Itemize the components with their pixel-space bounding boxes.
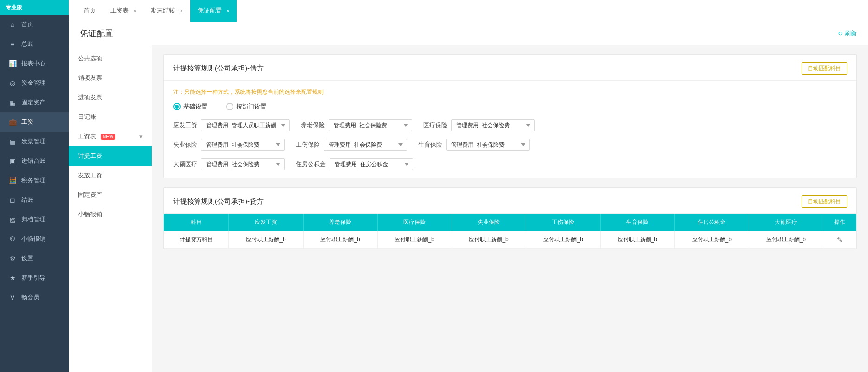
table-row: 计提贷方科目 应付职工薪酬_b 应付职工薪酬_b 应付职工薪酬_b 应付职工薪酬… (164, 231, 856, 249)
tab-salary-close[interactable]: × (133, 8, 136, 13)
sidebar-label-reports: 报表中心 (21, 59, 45, 68)
nav-item-xiaochang-expense[interactable]: 小畅报销 (69, 205, 152, 224)
sidebar-label-settings: 设置 (21, 254, 33, 263)
unemployment-select[interactable]: 管理费用_社会保险费 (201, 139, 285, 151)
radio-department-dot (226, 103, 233, 110)
table-header-row: 科目 应发工资 养老保险 医疗保险 失业保险 工伤保险 生育保险 住房公积金 大… (164, 214, 856, 231)
field-injury: 工伤保险 管理费用_社会保险费 (296, 139, 407, 151)
sidebar-label-member: 畅会员 (21, 293, 39, 301)
td-unemployment: 应付职工薪酬_b (452, 231, 526, 249)
sidebar-item-inventory[interactable]: ▣ 进销台账 (0, 151, 69, 171)
nav-item-input-invoice[interactable]: 进项发票 (69, 88, 152, 107)
credit-section-header: 计提核算规则(公司承担)-贷方 自动匹配科目 (164, 188, 856, 214)
th-injury: 工伤保险 (526, 214, 600, 231)
medical-select[interactable]: 管理费用_社会保险费 (451, 119, 535, 131)
td-pension: 应付职工薪酬_b (303, 231, 377, 249)
sidebar-label-guide: 新手引导 (21, 274, 45, 282)
refresh-button[interactable]: ↻ 刷新 (838, 29, 857, 38)
nav-item-pay-salary[interactable]: 发放工资 (69, 166, 152, 185)
sidebar-item-funds[interactable]: ◎ 资金管理 (0, 73, 69, 93)
radio-basic-dot (173, 103, 181, 110)
new-badge: NEW (101, 134, 115, 140)
nav-item-salary-table[interactable]: 工资表 NEW ▾ (69, 127, 152, 146)
page-header: 凭证配置 ↻ 刷新 (69, 22, 868, 45)
radio-department-label: 按部门设置 (236, 103, 266, 111)
pension-label: 养老保险 (301, 121, 325, 129)
maternity-label: 生育保险 (418, 141, 442, 149)
tab-voucher-config[interactable]: 凭证配置 × (190, 0, 237, 22)
sidebar-item-ledger[interactable]: ≡ 总账 (0, 34, 69, 54)
sidebar-item-settings[interactable]: ⚙ 设置 (0, 249, 69, 268)
nav-item-cancel-invoice[interactable]: 销项发票 (69, 68, 152, 88)
debit-warning: 注：只能选择一种方式，系统将按照您当前的选择来配置规则 (173, 88, 847, 96)
debit-form-row-3: 大额医疗 管理费用_社会保险费 住房公积金 管理费用_住房公积金 (173, 158, 847, 170)
maternity-select[interactable]: 管理费用_社会保险费 (446, 139, 530, 151)
assets-icon: ▦ (8, 99, 17, 106)
credit-table: 科目 应发工资 养老保险 医疗保险 失业保险 工伤保险 生育保险 住房公积金 大… (164, 214, 856, 249)
reports-icon: 📊 (8, 60, 17, 67)
injury-select[interactable]: 管理费用_社会保险费 (324, 139, 407, 151)
field-maternity: 生育保险 管理费用_社会保险费 (418, 139, 530, 151)
app-logo: 专业版 (0, 0, 69, 15)
sidebar-item-close[interactable]: ◻ 结账 (0, 190, 69, 210)
pension-select[interactable]: 管理费用_社会保险费 (329, 119, 412, 131)
credit-section: 计提核算规则(公司承担)-贷方 自动匹配科目 科目 应发工资 养老保险 医疗保险… (163, 187, 857, 249)
nav-item-public-options[interactable]: 公共选项 (69, 49, 152, 68)
sidebar-item-tax[interactable]: 🧮 税务管理 (0, 171, 69, 190)
tab-voucher-close[interactable]: × (227, 8, 229, 13)
debit-auto-match-button[interactable]: 自动匹配科目 (802, 62, 847, 75)
home-icon: ⌂ (8, 21, 17, 28)
sidebar-label-tax: 税务管理 (21, 176, 45, 185)
radio-department-setting[interactable]: 按部门设置 (226, 103, 266, 111)
sidebar-item-assets[interactable]: ▦ 固定资产 (0, 93, 69, 112)
salary-select[interactable]: 管理费用_管理人员职工薪酬 (201, 119, 290, 131)
main-panel: 计提核算规则(公司承担)-借方 自动匹配科目 注：只能选择一种方式，系统将按照您… (152, 45, 868, 372)
sidebar-label-invoice: 发票管理 (21, 137, 45, 146)
nav-item-journal[interactable]: 日记账 (69, 107, 152, 127)
secondary-nav: 公共选项 销项发票 进项发票 日记账 工资表 NEW ▾ 计提工资 发放工资 (69, 45, 152, 372)
housing-select[interactable]: 管理费用_住房公积金 (330, 158, 413, 170)
radio-basic-setting[interactable]: 基础设置 (173, 103, 207, 111)
sidebar-item-member[interactable]: V 畅会员 (0, 288, 69, 307)
debit-form-row-1: 应发工资 管理费用_管理人员职工薪酬 养老保险 管理费用_社会保险费 (173, 119, 847, 131)
tax-icon: 🧮 (8, 177, 17, 184)
sidebar-item-salary[interactable]: 💼 工资 (0, 112, 69, 132)
refresh-label: 刷新 (845, 29, 857, 38)
large-medical-select[interactable]: 管理费用_社会保险费 (201, 158, 285, 170)
td-action[interactable]: ✎ (823, 231, 856, 249)
sidebar-item-invoice[interactable]: ▤ 发票管理 (0, 132, 69, 151)
credit-auto-match-button[interactable]: 自动匹配科目 (802, 195, 847, 208)
injury-label: 工伤保险 (296, 141, 320, 149)
edit-icon[interactable]: ✎ (837, 236, 842, 244)
td-large-medical: 应付职工薪酬_b (749, 231, 823, 249)
inventory-icon: ▣ (8, 157, 17, 165)
th-salary: 应发工资 (229, 214, 303, 231)
field-large-medical: 大额医疗 管理费用_社会保险费 (173, 158, 285, 170)
page-title: 凭证配置 (80, 28, 113, 39)
td-salary: 应付职工薪酬_b (229, 231, 303, 249)
field-salary: 应发工资 管理费用_管理人员职工薪酬 (173, 119, 290, 131)
th-subject: 科目 (164, 214, 229, 231)
tab-period-label: 期末结转 (151, 6, 175, 15)
nav-item-fixed-assets[interactable]: 固定资产 (69, 185, 152, 205)
tab-voucher-label: 凭证配置 (198, 6, 222, 15)
th-pension: 养老保险 (303, 214, 377, 231)
debit-form-rows: 应发工资 管理费用_管理人员职工薪酬 养老保险 管理费用_社会保险费 (173, 119, 847, 170)
tab-period-close-btn[interactable]: × (180, 8, 182, 13)
tab-home[interactable]: 首页 (76, 0, 103, 22)
sidebar-item-home[interactable]: ⌂ 首页 (0, 15, 69, 34)
tab-salary-table[interactable]: 工资表 × (103, 0, 143, 22)
debit-section-header: 计提核算规则(公司承担)-借方 自动匹配科目 (164, 55, 856, 81)
nav-item-accrual-salary[interactable]: 计提工资 (69, 146, 152, 166)
salary-icon: 💼 (8, 118, 17, 126)
th-action: 操作 (823, 214, 856, 231)
credit-section-body: 科目 应发工资 养老保险 医疗保险 失业保险 工伤保险 生育保险 住房公积金 大… (164, 214, 856, 249)
sidebar-item-guide[interactable]: ★ 新手引导 (0, 268, 69, 288)
tab-bar: 首页 工资表 × 期末结转 × 凭证配置 × (69, 0, 868, 22)
sidebar-item-archive[interactable]: ▨ 归档管理 (0, 210, 69, 229)
sidebar-item-xiaochang[interactable]: © 小畅报销 (0, 229, 69, 249)
radio-basic-label: 基础设置 (183, 103, 207, 111)
tab-period-close[interactable]: 期末结转 × (143, 0, 190, 22)
invoice-icon: ▤ (8, 138, 17, 145)
sidebar-item-reports[interactable]: 📊 报表中心 (0, 54, 69, 73)
